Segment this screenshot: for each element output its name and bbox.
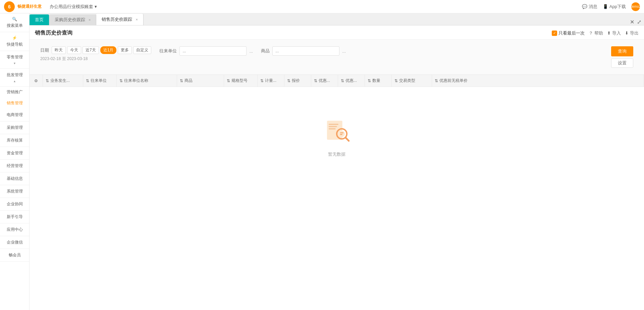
help-button[interactable]: ？ 帮助	[589, 30, 603, 36]
svg-rect-1	[329, 124, 338, 125]
table-header: ⚙ ⇅ 业务发生... ⇅ 往来单位 ⇅ 往来单位名称	[30, 75, 644, 87]
top-bar-left: 6 畅捷通好生意 办公用品行业模拟账套 ▾	[4, 1, 97, 12]
th-price[interactable]: ⇅ 报价	[284, 75, 311, 87]
only-last-toggle[interactable]: ✓ 只看最后一次	[552, 30, 585, 36]
sidebar-item-wholesale[interactable]: 批发管理 ▴	[0, 69, 29, 87]
tab-sales[interactable]: 销售历史价跟踪 ×	[96, 14, 143, 25]
date-btn-yesterday[interactable]: 昨天	[52, 46, 66, 54]
app-selector[interactable]: 办公用品行业模拟账套 ▾	[50, 4, 97, 10]
import-button[interactable]: ⬆ 导入	[607, 30, 621, 36]
sort-icon: ⇅	[287, 79, 290, 83]
tab-purchase-close[interactable]: ×	[89, 18, 91, 22]
phone-icon: 📱	[603, 4, 608, 9]
th-discount2[interactable]: ⇅ 优惠...	[338, 75, 365, 87]
logo-text: 畅捷通好生意	[17, 4, 42, 9]
sidebar-item-basic-info[interactable]: 基础信息	[0, 172, 29, 185]
tab-purchase[interactable]: 采购历史价跟踪 ×	[49, 14, 96, 25]
svg-rect-7	[340, 133, 343, 134]
svg-rect-0	[327, 121, 342, 140]
fullscreen-icon[interactable]: ⤢	[637, 19, 641, 25]
user-profile[interactable]: demo2	[631, 2, 640, 11]
search-icon: 🔍	[12, 17, 17, 21]
th-product[interactable]: ⇅ 商品	[177, 75, 224, 87]
filter-area: 日期 昨天 今天 近7天 近1月 更多 自定义 2023-02-18 至 202…	[30, 40, 644, 75]
sidebar-item-system[interactable]: 系统管理	[0, 185, 29, 198]
sidebar-item-quick-nav[interactable]: ⚡ 快捷导航	[0, 32, 29, 51]
tab-home[interactable]: 首页	[30, 14, 49, 25]
th-partner-code[interactable]: ⇅ 往来单位	[83, 75, 117, 87]
th-unit[interactable]: ⇅ 计量...	[258, 75, 284, 87]
avatar: demo2	[631, 2, 640, 11]
sidebar: 🔍 搜索菜单 ⚡ 快捷导航 零售管理 ▾ 批发管理 ▴ 营销推广 销售管理 电商…	[0, 13, 30, 310]
export-button[interactable]: ⬇ 导出	[625, 30, 639, 36]
sidebar-item-marketing[interactable]: 营销推广	[0, 87, 29, 98]
top-bar: 6 畅捷通好生意 办公用品行业模拟账套 ▾ 💬 消息 📱 App下载 demo2	[0, 0, 644, 13]
partner-dots[interactable]: ...	[249, 49, 253, 54]
sidebar-item-apps[interactable]: 应用中心	[0, 223, 29, 236]
page-title: 销售历史价查询	[35, 30, 72, 37]
filter-main-row: 日期 昨天 今天 近7天 近1月 更多 自定义 2023-02-18 至 202…	[35, 44, 639, 70]
sort-icon: ⇅	[119, 79, 123, 83]
svg-rect-3	[329, 128, 336, 129]
sort-icon: ⇅	[46, 79, 49, 83]
date-btn-custom[interactable]: 自定义	[133, 46, 151, 54]
nav-icon: ⚡	[12, 36, 17, 40]
tab-actions: ✕ ⤢	[630, 19, 644, 25]
sort-icon: ⇅	[435, 79, 438, 83]
th-business-date[interactable]: ⇅ 业务发生...	[43, 75, 83, 87]
query-button[interactable]: 查询	[611, 46, 633, 56]
sidebar-item-member[interactable]: 畅会员	[0, 249, 29, 262]
svg-point-5	[339, 131, 345, 137]
sort-icon: ⇅	[368, 79, 371, 83]
th-pretax-price[interactable]: ⇅ 优惠前无税单价	[432, 75, 644, 87]
action-buttons: 查询 设置	[611, 46, 633, 68]
th-partner-name[interactable]: ⇅ 往来单位名称	[117, 75, 177, 87]
chevron-down-icon: ▾	[95, 4, 97, 9]
settings-button[interactable]: 设置	[611, 58, 633, 68]
sort-icon: ⇅	[227, 79, 230, 83]
import-icon: ⬆	[607, 31, 611, 36]
date-filter-group: 日期 昨天 今天 近7天 近1月 更多 自定义 2023-02-18 至 202…	[40, 46, 151, 62]
tab-sales-close[interactable]: ×	[136, 17, 138, 21]
main-layout: 🔍 搜索菜单 ⚡ 快捷导航 零售管理 ▾ 批发管理 ▴ 营销推广 销售管理 电商…	[0, 13, 644, 310]
sidebar-item-sales-mgmt[interactable]: 销售管理	[0, 98, 29, 109]
empty-illustration	[320, 114, 354, 147]
product-input[interactable]	[272, 46, 339, 56]
sidebar-item-inventory[interactable]: 库存核算	[0, 134, 29, 147]
svg-rect-8	[340, 134, 342, 135]
date-btn-1month[interactable]: 近1月	[100, 46, 117, 54]
date-btn-7days[interactable]: 近7天	[83, 46, 99, 54]
partner-label: 往来单位	[159, 48, 177, 54]
sort-icon: ⇅	[394, 79, 398, 83]
th-trade-type[interactable]: ⇅ 交易类型	[392, 75, 432, 87]
partner-filter-group: 往来单位 ...	[159, 46, 253, 56]
app-download-button[interactable]: 📱 App下载	[603, 4, 626, 10]
tab-bar: 首页 采购历史价跟踪 × 销售历史价跟踪 × ✕ ⤢	[30, 13, 644, 25]
partner-input[interactable]	[179, 46, 247, 56]
product-dots[interactable]: ...	[342, 49, 346, 54]
sidebar-item-operations[interactable]: 经营管理	[0, 160, 29, 172]
window-close-icon[interactable]: ✕	[630, 19, 634, 25]
message-button[interactable]: 💬 消息	[582, 4, 597, 10]
help-icon: ？	[589, 30, 593, 36]
sidebar-item-search-menu[interactable]: 🔍 搜索菜单	[0, 13, 29, 32]
sidebar-item-wechat[interactable]: 企业微信	[0, 236, 29, 249]
th-gear[interactable]: ⚙	[30, 75, 43, 87]
th-spec[interactable]: ⇅ 规格型号	[224, 75, 258, 87]
product-label: 商品	[261, 48, 270, 54]
date-btn-today[interactable]: 今天	[67, 46, 81, 54]
th-discount1[interactable]: ⇅ 优惠...	[311, 75, 338, 87]
page-actions: ✓ 只看最后一次 ？ 帮助 ⬆ 导入 ⬇ 导出	[552, 30, 639, 36]
sidebar-item-purchase[interactable]: 采购管理	[0, 121, 29, 134]
sidebar-item-retail[interactable]: 零售管理 ▾	[0, 51, 29, 69]
content-area: 首页 采购历史价跟踪 × 销售历史价跟踪 × ✕ ⤢ 销售历史价查询	[30, 13, 644, 310]
th-qty[interactable]: ⇅ 数量	[365, 75, 392, 87]
checkbox-icon: ✓	[552, 31, 557, 36]
sidebar-item-finance[interactable]: 资金管理	[0, 147, 29, 160]
sidebar-item-enterprise[interactable]: 企业协同	[0, 198, 29, 211]
sidebar-item-ecom[interactable]: 电商管理	[0, 109, 29, 121]
message-icon: 💬	[582, 4, 587, 9]
page-content: 销售历史价查询 ✓ 只看最后一次 ？ 帮助 ⬆ 导入	[30, 25, 644, 310]
date-btn-more[interactable]: 更多	[118, 46, 132, 54]
sidebar-item-guide[interactable]: 新手引导	[0, 211, 29, 223]
